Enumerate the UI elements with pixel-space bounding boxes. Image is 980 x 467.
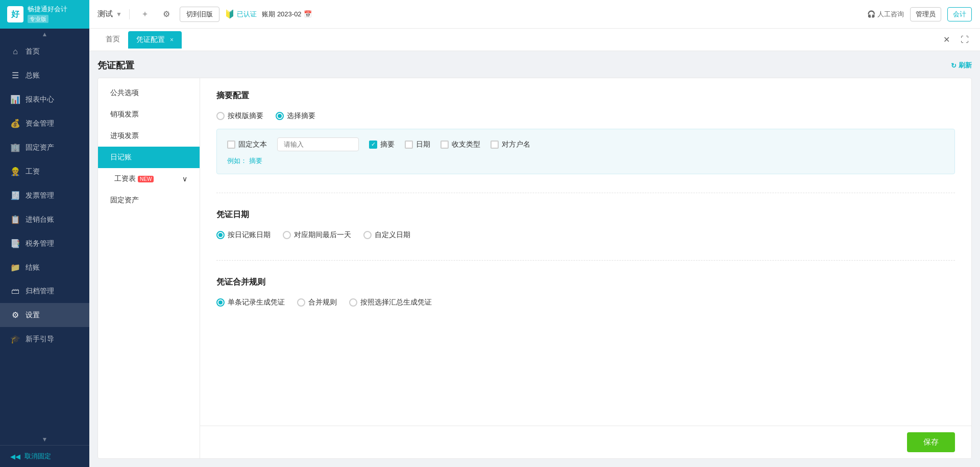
topbar-divider-1 xyxy=(129,9,130,19)
radio-select-summary[interactable]: 选择摘要 xyxy=(276,111,315,121)
sidebar-item-label: 总账 xyxy=(26,71,40,80)
help-btn[interactable]: 🎧 人工咨询 xyxy=(867,10,904,19)
radio-select-circle xyxy=(276,112,284,120)
checkbox-payment-type-label: 收支类型 xyxy=(452,140,480,149)
checkbox-date-box xyxy=(405,141,413,149)
checkbox-fixed-text[interactable]: 固定文本 xyxy=(227,140,267,149)
nav-item-purchase-invoice-label: 进项发票 xyxy=(110,131,139,139)
tab-voucher-config-label: 凭证配置 xyxy=(136,35,165,43)
user-role-btn[interactable]: 会计 xyxy=(947,7,972,21)
radio-period-last-day[interactable]: 对应期间最后一天 xyxy=(283,230,351,240)
checkbox-counterpart-label: 对方户名 xyxy=(502,140,530,149)
sidebar-item-newbie[interactable]: 🎓 新手引导 xyxy=(0,327,89,351)
sidebar-item-home[interactable]: ⌂ 首页 xyxy=(0,40,89,63)
cert-label: 已认证 xyxy=(237,10,257,19)
merge-section: 凭证合并规则 单条记录生成凭证 合并规则 xyxy=(216,277,955,328)
sidebar-nav: ⌂ 首页 ☰ 总账 📊 报表中心 💰 资金管理 🏢 固定资产 👷 工资 🧾 发票… xyxy=(0,40,89,434)
tab-home-label: 首页 xyxy=(106,35,120,43)
settings-btn[interactable]: ⚙ xyxy=(158,6,175,22)
sidebar-item-label: 报表中心 xyxy=(26,95,54,104)
switch-old-version-btn[interactable]: 切到旧版 xyxy=(180,7,219,22)
radio-merge-rule-label: 合并规则 xyxy=(308,298,337,307)
project-chevron-icon: ▼ xyxy=(116,11,122,18)
scroll-up-btn[interactable]: ▲ xyxy=(0,29,89,40)
checkbox-fixed-text-box xyxy=(227,141,235,149)
sidebar-item-tax[interactable]: 📑 税务管理 xyxy=(0,231,89,255)
checkbox-summary[interactable]: ✓ 摘要 xyxy=(369,140,395,149)
radio-template-label: 按模版摘要 xyxy=(228,111,263,121)
nav-item-journal-label: 日记账 xyxy=(110,153,132,161)
radio-single-record-label: 单条记录生成凭证 xyxy=(228,298,285,307)
expand-tab-btn[interactable]: ⛶ xyxy=(958,33,972,47)
sidebar-item-ledger[interactable]: ☰ 总账 xyxy=(0,63,89,87)
nav-item-sales-invoice-label: 销项发票 xyxy=(110,110,139,118)
sidebar-item-label: 发票管理 xyxy=(26,191,54,200)
nav-item-payroll[interactable]: 工资表NEW ∨ xyxy=(98,168,200,190)
date-radio-group: 按日记账日期 对应期间最后一天 自定义日期 xyxy=(216,230,955,240)
radio-select-aggregate-circle xyxy=(349,298,357,307)
headset-icon: 🎧 xyxy=(867,10,875,18)
radio-select-aggregate[interactable]: 按照选择汇总生成凭证 xyxy=(349,298,432,307)
radio-custom-date[interactable]: 自定义日期 xyxy=(363,230,410,240)
scroll-down-btn[interactable]: ▼ xyxy=(0,434,89,445)
cert-icon: 🔰 xyxy=(225,9,235,19)
cancel-fixed-label: 取消固定 xyxy=(24,452,51,461)
radio-journal-date[interactable]: 按日记账日期 xyxy=(216,230,271,240)
nav-item-common[interactable]: 公共选项 xyxy=(98,82,200,104)
sidebar-item-label: 进销台账 xyxy=(26,215,54,224)
sidebar-item-purchase-sales[interactable]: 📋 进销台账 xyxy=(0,207,89,231)
sidebar-item-archive[interactable]: 🗃 归档管理 xyxy=(0,279,89,303)
logo-text: 畅捷通好会计 专业版 xyxy=(28,5,67,24)
radio-single-record[interactable]: 单条记录生成凭证 xyxy=(216,298,285,307)
sidebar-item-report[interactable]: 📊 报表中心 xyxy=(0,87,89,111)
sidebar-item-label: 结账 xyxy=(26,263,40,272)
checkbox-payment-type[interactable]: 收支类型 xyxy=(440,140,480,149)
sidebar-item-salary[interactable]: 👷 工资 xyxy=(0,159,89,183)
radio-period-last-day-circle xyxy=(283,231,291,239)
right-content: 摘要配置 按模版摘要 选择摘要 xyxy=(200,78,971,426)
fund-icon: 💰 xyxy=(10,119,20,128)
radio-journal-date-circle xyxy=(216,231,225,239)
checkbox-payment-type-box xyxy=(440,141,449,149)
sidebar-item-label: 工资 xyxy=(26,167,40,176)
user-name-btn[interactable]: 管理员 xyxy=(910,7,941,21)
close-tab-btn[interactable]: ✕ xyxy=(939,33,953,47)
purchase-sales-icon: 📋 xyxy=(10,215,20,224)
footer-bar: 保存 xyxy=(200,426,971,458)
archive-icon: 🗃 xyxy=(10,287,20,296)
nav-item-payroll-label: 工资表NEW xyxy=(114,174,154,183)
app-logo[interactable]: 好 畅捷通好会计 专业版 xyxy=(0,0,89,29)
tab-voucher-config[interactable]: 凭证配置 × xyxy=(128,31,182,49)
sidebar-item-fund[interactable]: 💰 资金管理 xyxy=(0,111,89,135)
sidebar-item-closing[interactable]: 📁 结账 xyxy=(0,255,89,279)
nav-item-sales-invoice[interactable]: 销项发票 xyxy=(98,104,200,125)
radio-merge-rule[interactable]: 合并规则 xyxy=(297,298,337,307)
checkbox-summary-box: ✓ xyxy=(369,141,377,149)
radio-single-record-circle xyxy=(216,298,225,307)
checkbox-date-label: 日期 xyxy=(416,140,430,149)
cancel-fixed-btn[interactable]: ◀◀ 取消固定 xyxy=(0,445,89,467)
tab-home[interactable]: 首页 xyxy=(97,29,128,51)
nav-item-journal[interactable]: 日记账 xyxy=(98,147,200,168)
refresh-btn[interactable]: ↻ 刷新 xyxy=(951,61,972,70)
tab-close-btn[interactable]: × xyxy=(170,36,174,43)
save-button[interactable]: 保存 xyxy=(907,432,955,452)
add-btn[interactable]: ＋ xyxy=(137,6,153,22)
calendar-icon[interactable]: 📅 xyxy=(304,10,312,18)
sidebar-item-settings[interactable]: ⚙ 设置 xyxy=(0,303,89,327)
help-label: 人工咨询 xyxy=(877,10,904,19)
sidebar-item-asset[interactable]: 🏢 固定资产 xyxy=(0,135,89,159)
fixed-text-input[interactable] xyxy=(277,137,359,151)
nav-item-fixed-asset[interactable]: 固定资产 xyxy=(98,190,200,211)
merge-radio-group: 单条记录生成凭证 合并规则 按照选择汇总生成凭证 xyxy=(216,298,955,307)
radio-template-summary[interactable]: 按模版摘要 xyxy=(216,111,263,121)
radio-select-label: 选择摘要 xyxy=(287,111,315,121)
report-icon: 📊 xyxy=(10,95,20,104)
radio-merge-rule-circle xyxy=(297,298,305,307)
nav-item-purchase-invoice[interactable]: 进项发票 xyxy=(98,125,200,147)
sidebar-item-label: 首页 xyxy=(26,47,40,56)
sidebar-item-invoice[interactable]: 🧾 发票管理 xyxy=(0,183,89,207)
checkbox-counterpart[interactable]: 对方户名 xyxy=(491,140,530,149)
project-selector[interactable]: 测试 ▼ xyxy=(97,9,122,19)
checkbox-date[interactable]: 日期 xyxy=(405,140,430,149)
